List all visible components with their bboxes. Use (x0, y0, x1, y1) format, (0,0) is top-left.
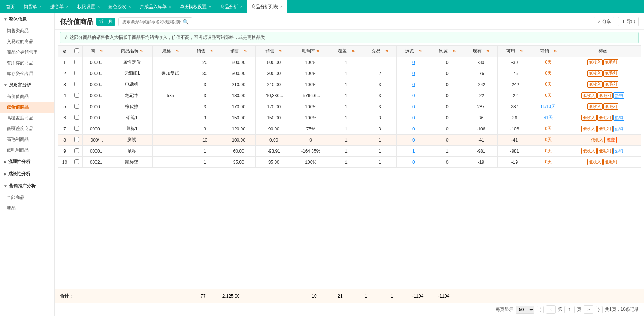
browse1-link[interactable]: 0 (412, 93, 415, 98)
browse1-link[interactable]: 0 (412, 71, 415, 76)
close-icon[interactable]: × (209, 4, 211, 9)
sidebar-item-stocked-products[interactable]: 有库存的商品 (0, 58, 54, 68)
browse1-link[interactable]: 0 (412, 115, 415, 120)
sidebar-item-high-coverage[interactable]: 高覆盖度商品 (0, 113, 54, 123)
col-trade[interactable]: 交易... ⇅ (363, 46, 397, 57)
close-icon[interactable]: × (128, 4, 131, 9)
browse1-link[interactable]: 0 (412, 160, 415, 165)
footer-label: 合计： (60, 293, 73, 299)
close-icon[interactable]: × (66, 4, 68, 9)
row-browse1[interactable]: 1 (397, 146, 430, 157)
close-icon[interactable]: × (39, 4, 41, 9)
sidebar-item-category-rate[interactable]: 商品分类销售率 (0, 47, 54, 58)
row-checkbox[interactable] (71, 90, 83, 101)
col-gross[interactable]: 毛利率 ⇅ (292, 46, 329, 57)
time-filter-badge[interactable]: 近一月 (96, 18, 115, 26)
browse1-link[interactable]: 0 (412, 60, 415, 65)
col-spec[interactable]: 规格... ⇅ (153, 46, 188, 57)
sidebar-group-growth[interactable]: ▶ 成长性分析 (0, 168, 54, 180)
row-browse1[interactable]: 0 (397, 123, 430, 135)
row-num: 9 (58, 146, 71, 157)
nav-product-inbound[interactable]: 产成品入库单 × (135, 0, 175, 13)
nav-sales-order[interactable]: 销货单 × (19, 0, 46, 13)
search-icon[interactable]: 🔍 (182, 19, 189, 25)
nav-product-analysis[interactable]: 商品分析 × (216, 0, 247, 13)
sidebar-item-traded-products[interactable]: 交易过的商品 (0, 36, 54, 47)
share-button[interactable]: ↗ 分享 (594, 17, 614, 26)
browse1-link[interactable]: 0 (412, 104, 415, 109)
row-checkbox[interactable] (71, 57, 83, 68)
row-checkbox[interactable] (71, 68, 83, 79)
col-stock1[interactable]: 现有... ⇅ (464, 46, 498, 57)
col-cover[interactable]: 覆盖... ⇅ (329, 46, 363, 57)
nav-template-settings[interactable]: 单据模板设置 × (175, 0, 215, 13)
row-browse1[interactable]: 0 (397, 57, 430, 68)
col-browse1[interactable]: 浏览... ⇅ (397, 46, 430, 57)
sidebar-item-sales-products[interactable]: 销售类商品 (0, 26, 54, 36)
sidebar-item-low-margin[interactable]: 低毛利商品 (0, 145, 54, 156)
col-sale2[interactable]: 销售... ⇅ (222, 46, 255, 57)
row-cover: 1 (329, 157, 363, 168)
nav-purchase-order[interactable]: 进货单 × (46, 0, 73, 13)
close-icon[interactable]: × (240, 4, 242, 9)
nav-home[interactable]: 首页 (1, 0, 19, 13)
col-code[interactable]: 商... ⇅ (83, 46, 111, 57)
close-icon[interactable]: × (97, 4, 100, 9)
col-sale1[interactable]: 销售... ⇅ (188, 46, 222, 57)
row-checkbox[interactable] (71, 135, 83, 146)
col-stock3[interactable]: 可销... ⇅ (531, 46, 565, 57)
row-browse1[interactable]: 0 (397, 112, 430, 123)
browse1-link[interactable]: 1 (412, 149, 415, 154)
sidebar-item-all-products[interactable]: 全部商品 (0, 192, 54, 203)
row-browse1[interactable]: 0 (397, 157, 430, 168)
row-browse1[interactable]: 0 (397, 68, 430, 79)
row-browse1[interactable]: 0 (397, 79, 430, 90)
table-row: 5 0000... 橡皮擦 3 170.00 170.00 100% 1 3 0… (58, 101, 641, 112)
first-page-button[interactable]: ⟨ (537, 306, 544, 313)
row-spec (153, 79, 188, 90)
sidebar-group-wealth[interactable]: ▼ 员财富分析 (0, 79, 54, 91)
row-code: 0000... (83, 57, 111, 68)
sidebar-item-new-products[interactable]: 新品 (0, 203, 54, 214)
sidebar-item-stock-capital[interactable]: 库存资金占用 (0, 68, 54, 79)
sidebar-group-overall[interactable]: ▼ 整体信息 (0, 13, 54, 26)
browse1-link[interactable]: 0 (412, 126, 415, 132)
sidebar-item-high-margin[interactable]: 高毛利商品 (0, 134, 54, 145)
row-checkbox[interactable] (71, 79, 83, 90)
export-button[interactable]: ⬆ 导出 (618, 17, 639, 26)
col-settings[interactable]: ⚙ (58, 46, 71, 57)
row-browse1[interactable]: 0 (397, 135, 430, 146)
browse1-link[interactable]: 0 (412, 82, 415, 87)
sidebar-group-marketing[interactable]: ▼ 营销推广分析 (0, 180, 54, 192)
sidebar-item-high-value[interactable]: 高价值商品 (0, 91, 54, 102)
nav-product-analysis-list[interactable]: 商品分析列表 × (247, 0, 287, 13)
search-input[interactable] (122, 19, 181, 24)
per-page-select[interactable]: 50 100 200 (516, 306, 534, 314)
row-checkbox[interactable] (71, 123, 83, 135)
nav-role-auth[interactable]: 角色授权 × (104, 0, 135, 13)
nav-permission[interactable]: 权限设置 × (73, 0, 104, 13)
row-checkbox[interactable] (71, 146, 83, 157)
col-stock2[interactable]: 可用... ⇅ (498, 46, 531, 57)
select-all-checkbox[interactable] (74, 48, 79, 53)
col-browse2[interactable]: 浏览... ⇅ (430, 46, 464, 57)
col-name[interactable]: 商品名称 ⇅ (111, 46, 153, 57)
close-icon[interactable]: × (280, 4, 282, 9)
col-sale3[interactable]: 销售... ⇅ (255, 46, 292, 57)
sidebar-item-low-value[interactable]: 低价值商品 (0, 102, 54, 113)
row-tags: 低收入覆盖 (565, 135, 641, 146)
prev-page-button[interactable]: ＜ (546, 305, 556, 314)
row-checkbox[interactable] (71, 112, 83, 123)
close-icon[interactable]: × (169, 4, 171, 9)
next-page-button[interactable]: ＞ (584, 305, 593, 314)
row-gross: 100% (292, 57, 329, 68)
row-browse1[interactable]: 0 (397, 90, 430, 101)
browse1-link[interactable]: 0 (412, 137, 415, 143)
sidebar-item-low-coverage[interactable]: 低覆盖度商品 (0, 123, 54, 134)
row-checkbox[interactable] (71, 101, 83, 112)
row-browse1[interactable]: 0 (397, 101, 430, 112)
sidebar-group-liquidity[interactable]: ▶ 流通性分析 (0, 156, 54, 168)
last-page-button[interactable]: ⟩ (596, 306, 603, 313)
row-checkbox[interactable] (71, 157, 83, 168)
row-sale2: 35.00 (222, 157, 255, 168)
